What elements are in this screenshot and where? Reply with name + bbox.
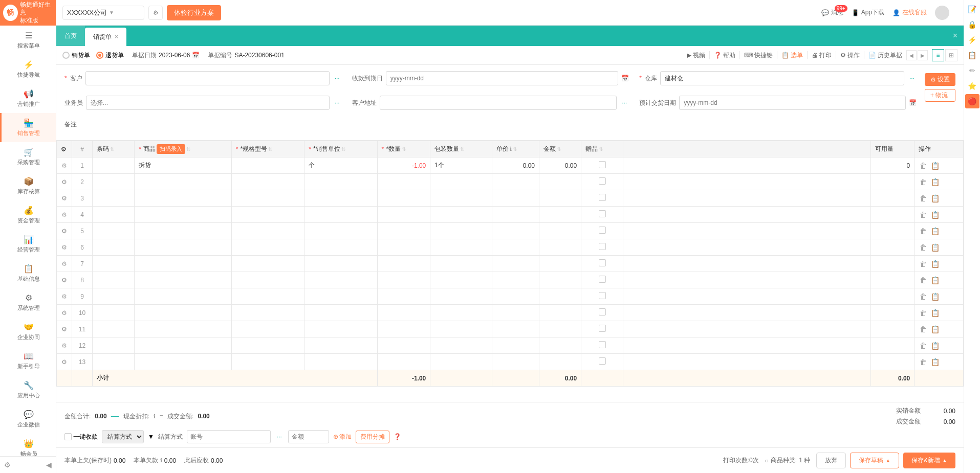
row-gift[interactable] xyxy=(581,207,623,223)
row-spec[interactable] xyxy=(231,174,304,190)
row-amount[interactable] xyxy=(539,239,581,256)
row-gift[interactable] xyxy=(581,337,623,354)
row-qty[interactable] xyxy=(377,190,430,207)
copy-row-btn[interactable]: 📋 xyxy=(931,342,940,350)
gift-checkbox[interactable] xyxy=(599,210,606,217)
row-spec[interactable] xyxy=(231,223,304,239)
row-price[interactable] xyxy=(492,256,539,272)
gift-checkbox[interactable] xyxy=(599,227,606,234)
row-barcode[interactable] xyxy=(93,174,135,190)
copy-row-btn[interactable]: 📋 xyxy=(931,194,940,202)
sidebar-item-appstore[interactable]: 🔧 应用中心 xyxy=(0,375,56,404)
sidebar-settings-btn[interactable]: ⚙ xyxy=(4,461,11,469)
delete-row-btn[interactable]: 🗑 xyxy=(920,162,927,170)
expense-help-icon[interactable]: ❓ xyxy=(394,433,401,440)
sidebar-item-guide[interactable]: 📖 新手引导 xyxy=(0,346,56,375)
save-draft-btn[interactable]: 保存草稿 ▲ xyxy=(850,453,899,468)
one-click-payment-btn[interactable]: 一键收款 xyxy=(64,433,98,441)
price-help-icon[interactable]: ℹ xyxy=(510,146,512,152)
company-settings-btn[interactable]: ⚙ xyxy=(148,6,163,20)
expected-calendar-icon[interactable]: 📅 xyxy=(909,99,917,106)
customer-dots-btn[interactable]: ··· xyxy=(333,75,342,82)
row-amount[interactable] xyxy=(539,207,581,223)
sidebar-item-basic[interactable]: 📋 基础信息 xyxy=(0,259,56,288)
row-qty[interactable] xyxy=(377,239,430,256)
row-spec[interactable] xyxy=(231,321,304,337)
address-dots-btn[interactable]: ··· xyxy=(620,99,629,106)
owe-help-icon[interactable]: ℹ xyxy=(160,457,162,463)
row-spec[interactable] xyxy=(231,207,304,223)
online-service-btn[interactable]: 👤 在线客服 xyxy=(892,8,927,17)
row-qty[interactable] xyxy=(377,354,430,370)
tab-sales-order[interactable]: 销货单 × xyxy=(85,28,126,46)
row-spec[interactable] xyxy=(231,288,304,305)
row-amount[interactable] xyxy=(539,223,581,239)
warehouse-input[interactable] xyxy=(660,71,904,85)
add-payment-btn[interactable]: ⊕ 添加 xyxy=(333,433,352,441)
warehouse-dots-btn[interactable]: ··· xyxy=(907,75,917,82)
scan-barcode-btn[interactable]: 扫码录入 xyxy=(157,144,185,154)
help-btn[interactable]: ❓ 帮助 xyxy=(714,51,735,60)
row-gift[interactable] xyxy=(581,305,623,321)
prev-arrow-btn[interactable]: ◀ xyxy=(906,50,917,60)
row-gift[interactable] xyxy=(581,174,623,190)
gift-checkbox[interactable] xyxy=(599,276,606,283)
row-amount[interactable] xyxy=(539,305,581,321)
gift-checkbox[interactable] xyxy=(599,357,606,365)
sidebar-item-management[interactable]: 📊 经营管理 xyxy=(0,230,56,259)
delete-row-btn[interactable]: 🗑 xyxy=(920,342,927,350)
discard-btn[interactable]: 放弃 xyxy=(816,453,846,468)
app-download-btn[interactable]: 📱 App下载 xyxy=(852,8,884,17)
copy-row-btn[interactable]: 📋 xyxy=(931,325,940,333)
row-qty[interactable] xyxy=(377,223,430,239)
expected-date-input[interactable] xyxy=(679,96,906,110)
account-input[interactable] xyxy=(187,430,271,443)
row-barcode[interactable] xyxy=(93,190,135,207)
delete-row-btn[interactable]: 🗑 xyxy=(920,178,927,186)
sidebar-item-quick[interactable]: ⚡ 快捷导航 xyxy=(0,55,56,84)
gift-checkbox[interactable] xyxy=(599,194,606,201)
row-gift[interactable] xyxy=(581,157,623,174)
company-selector[interactable]: XXXXXX公司 ▼ xyxy=(62,6,144,20)
row-barcode[interactable] xyxy=(93,223,135,239)
radio-return-order[interactable]: 退货单 xyxy=(96,51,124,60)
right-panel-notes-btn[interactable]: 📝 xyxy=(965,2,979,16)
row-price[interactable] xyxy=(492,288,539,305)
row-amount[interactable] xyxy=(539,190,581,207)
right-panel-lock-btn[interactable]: 🔒 xyxy=(965,17,979,32)
sidebar-item-finance[interactable]: 💰 资金管理 xyxy=(0,200,56,230)
copy-row-btn[interactable]: 📋 xyxy=(931,358,940,366)
gift-checkbox[interactable] xyxy=(599,177,606,185)
row-barcode[interactable] xyxy=(93,354,135,370)
right-panel-list-btn[interactable]: 📋 xyxy=(965,48,979,62)
row-price[interactable]: 0.00 xyxy=(492,157,539,174)
row-amount[interactable] xyxy=(539,354,581,370)
delete-row-btn[interactable]: 🗑 xyxy=(920,243,927,252)
settlement-method-select[interactable]: 结算方式 xyxy=(102,430,144,443)
print-btn[interactable]: 🖨 打印 xyxy=(812,51,832,60)
row-price[interactable] xyxy=(492,272,539,288)
copy-row-btn[interactable]: 📋 xyxy=(931,260,940,268)
sidebar-item-inventory[interactable]: 📦 库存核算 xyxy=(0,171,56,200)
row-gift[interactable] xyxy=(581,321,623,337)
row-gift[interactable] xyxy=(581,239,623,256)
sidebar-item-enterprise[interactable]: 🤝 企业协同 xyxy=(0,317,56,346)
sidebar-collapse-btn[interactable]: ◀ xyxy=(46,461,52,469)
sidebar-item-sales[interactable]: 🏪 销售管理 xyxy=(0,113,56,142)
delete-row-btn[interactable]: 🗑 xyxy=(920,325,927,333)
row-barcode[interactable] xyxy=(93,239,135,256)
copy-row-btn[interactable]: 📋 xyxy=(931,162,940,170)
row-qty[interactable] xyxy=(377,337,430,354)
row-price[interactable] xyxy=(492,305,539,321)
th-settings[interactable]: ⚙ xyxy=(57,141,72,157)
salesperson-input[interactable] xyxy=(86,96,330,110)
list-view-btn[interactable]: ≡ xyxy=(932,49,944,61)
delete-row-btn[interactable]: 🗑 xyxy=(920,227,927,235)
next-arrow-btn[interactable]: ▶ xyxy=(918,50,928,60)
row-qty[interactable]: -1.00 xyxy=(377,157,430,174)
row-amount[interactable] xyxy=(539,288,581,305)
row-spec[interactable] xyxy=(231,354,304,370)
copy-row-btn[interactable]: 📋 xyxy=(931,309,940,317)
row-spec[interactable] xyxy=(231,337,304,354)
copy-row-btn[interactable]: 📋 xyxy=(931,178,940,186)
